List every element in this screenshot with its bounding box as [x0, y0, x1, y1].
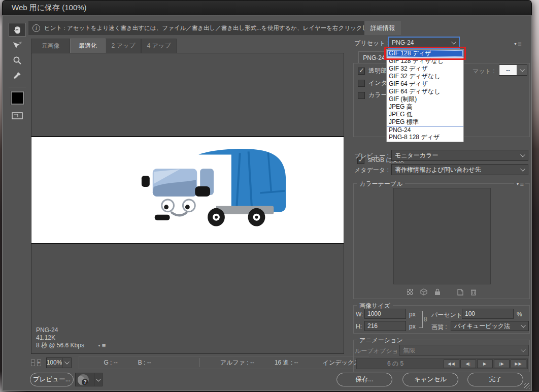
tab-4up[interactable]: 4 アップ	[141, 39, 177, 53]
dropdown-item[interactable]: PNG-24	[387, 126, 463, 134]
color-table-menu-icon[interactable]: ▼≡	[514, 180, 525, 188]
dropdown-item[interactable]: GIF (制限)	[387, 95, 463, 103]
magnifier-icon	[13, 56, 22, 65]
dropdown-item[interactable]: JPEG 高	[387, 103, 463, 111]
zoom-in-button[interactable]: +	[37, 360, 41, 366]
trash-icon[interactable]	[470, 288, 477, 296]
eyedropper-icon	[13, 71, 22, 80]
status-bar: − + 100% G : -- B : -- アルファ : -- 16 進 : …	[31, 355, 344, 370]
details-button[interactable]: 詳細情報	[364, 21, 401, 35]
panel-menu-icon[interactable]: ▼≡	[514, 40, 522, 48]
frame-bar: 6 の 5 ◀◀ ◀| ▶ |▶ ▶▶	[356, 358, 528, 369]
play-button[interactable]: ▶	[477, 360, 493, 368]
web-shift-cube-icon[interactable]	[420, 288, 427, 296]
zoom-out-button[interactable]: −	[31, 360, 35, 366]
optimize-info: PNG-24 41.12K 8 秒 @ 56.6 Kbps ▼≡	[36, 326, 106, 349]
eyedropper-tool[interactable]	[9, 69, 26, 82]
transparency-checkbox[interactable]	[358, 68, 365, 75]
first-frame-button[interactable]: ◀◀	[444, 360, 459, 368]
color-table-swatches	[393, 188, 491, 284]
percent-input[interactable]: 100	[462, 309, 514, 319]
dropdown-item[interactable]: PNG-8 128 ディザ	[387, 134, 463, 141]
window-title: Web 用に保存 (100%)	[12, 3, 87, 13]
dropdown-item[interactable]: GIF 64 ディザなし	[387, 88, 463, 95]
hint-bar: i ヒント : アセットをより速く書き出すには、ファイル／書き出し／書き出し形式…	[28, 21, 401, 35]
toggle-slices-tool[interactable]	[9, 109, 26, 122]
preview-select-value: モニターカラー	[395, 151, 438, 160]
height-value: 216	[367, 322, 378, 330]
lock-icon[interactable]	[434, 288, 441, 296]
link-icon: 8	[424, 316, 427, 323]
hand-tool[interactable]	[9, 23, 26, 37]
quality-select[interactable]: バイキュービック法	[451, 321, 529, 331]
hand-icon	[13, 25, 22, 35]
frame-counter: 6 の 5	[387, 360, 403, 368]
readout-g: G : --	[104, 359, 117, 366]
animation-group: アニメーション ループオプション : 無限 6 の 5 ◀◀ ◀| ▶ |▶ ▶…	[353, 340, 530, 372]
preview-select[interactable]: モニターカラー	[391, 150, 528, 161]
garbage-truck-image	[136, 146, 297, 236]
info-menu-icon[interactable]: ▼≡	[97, 342, 106, 349]
dropdown-item[interactable]: GIF 64 ディザ	[387, 80, 463, 88]
dropdown-item[interactable]: JPEG 低	[387, 111, 463, 118]
dialog-body: i ヒント : アセットをより速く書き出すには、ファイル／書き出し／書き出し形式…	[2, 15, 532, 391]
hint-text: ヒント : アセットをより速く書き出すには、ファイル／書き出し／書き出し形式..…	[44, 24, 364, 32]
w-label: W:	[356, 311, 363, 318]
preview-button-label: プレビュー...	[33, 375, 71, 384]
tab-original[interactable]: 元画像	[31, 39, 70, 53]
color-swatch[interactable]	[11, 91, 24, 105]
metadata-select-label: メタデータ :	[354, 166, 389, 175]
constrain-bracket	[419, 311, 423, 328]
browser-preview-button[interactable]: ?	[75, 373, 103, 386]
tab-4up-label: 4 アップ	[147, 42, 171, 50]
tab-2up[interactable]: 2 アップ	[106, 39, 141, 53]
next-frame-button[interactable]: |▶	[494, 360, 510, 368]
w-unit: px	[409, 311, 416, 318]
chevron-down-icon	[62, 358, 71, 368]
chevron-down-icon	[517, 65, 527, 75]
transparency-map-icon[interactable]	[407, 289, 413, 295]
previous-frame-button[interactable]: ◀|	[460, 360, 476, 368]
width-input[interactable]: 1000	[364, 309, 406, 319]
save-for-web-dialog: Web 用に保存 (100%) i ヒント : アセットをより速く書き出すには、…	[2, 0, 532, 391]
chevron-down-icon	[449, 38, 459, 48]
chevron-down-icon	[94, 373, 102, 386]
new-swatch-icon[interactable]	[457, 289, 463, 296]
image-canvas	[31, 136, 344, 244]
preset-label: プリセット :	[354, 39, 389, 48]
readout-divider	[199, 358, 200, 367]
titlebar[interactable]: Web 用に保存 (100%)	[2, 0, 532, 15]
tab-optimized[interactable]: 最適化	[70, 39, 106, 53]
metadata-select[interactable]: 著作権情報および問い合わせ先	[391, 164, 528, 175]
h-unit: px	[409, 323, 416, 330]
color-profile-checkbox[interactable]	[358, 92, 365, 99]
color-table-title: カラーテーブル	[357, 180, 405, 188]
height-input[interactable]: 216	[364, 321, 406, 331]
preview-select-label: プレビュー :	[354, 152, 389, 160]
chevron-down-icon	[518, 165, 528, 175]
quality-value: バイキュービック法	[454, 322, 510, 331]
resize-grip[interactable]	[524, 383, 530, 389]
annotation-red-box	[384, 47, 466, 60]
slice-select-tool[interactable]	[9, 38, 26, 52]
last-frame-button[interactable]: ▶▶	[511, 360, 526, 368]
color-readouts: G : -- B : -- アルファ : -- 16 進 : -- インデックス…	[79, 356, 369, 369]
dropdown-item[interactable]: GIF 32 ディザ	[387, 65, 463, 73]
color-table-group: カラーテーブル ▼≡	[353, 183, 530, 299]
dropdown-item[interactable]: JPEG 標準	[387, 118, 463, 126]
info-size: 41.12K	[36, 334, 106, 342]
dropdown-item[interactable]: GIF 32 ディザなし	[387, 73, 463, 80]
interlace-checkbox[interactable]	[358, 80, 365, 87]
preview-pane[interactable]: PNG-24 41.12K 8 秒 @ 56.6 Kbps ▼≡	[31, 53, 344, 354]
matte-chevron[interactable]	[517, 64, 527, 76]
animation-title: アニメーション	[357, 336, 406, 345]
chevron-down-icon	[518, 321, 528, 331]
percent-value: 100	[465, 310, 475, 317]
format-tab-label: PNG-24	[363, 54, 385, 61]
metadata-select-value: 著作権情報および問い合わせ先	[395, 166, 481, 174]
matte-select[interactable]: --	[499, 64, 517, 76]
preview-button[interactable]: プレビュー...	[30, 373, 74, 386]
zoom-tool[interactable]	[9, 53, 26, 67]
percent-unit: %	[517, 311, 522, 318]
zoom-level-select[interactable]: 100%	[46, 357, 72, 368]
